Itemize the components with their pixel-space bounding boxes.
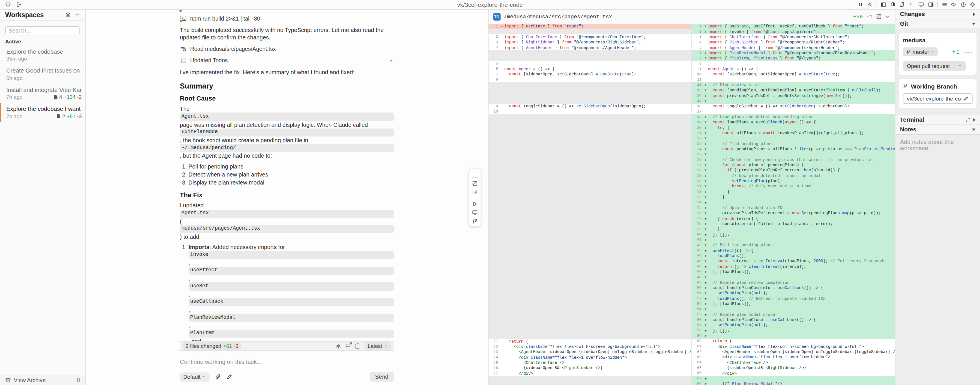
diff-row: 41+ [692,237,895,243]
archive-icon[interactable] [5,2,11,8]
diff-row: 35+ // Update tracked plan IDs [692,205,895,210]
split-view-icon[interactable] [876,14,882,19]
commits-ahead: 1 [951,49,959,55]
diff-row: 5 [488,61,691,67]
diff-row: 39+ } [692,226,895,232]
workspace-item-title: Explore the codebase I want you to exp [6,106,82,112]
assistant-paragraph: The build completed successfully with no… [180,26,394,41]
diff-row: 50+ const handlePlanComplete = useCallba… [692,285,895,291]
divider [876,2,877,7]
diff-row: 8 [488,77,691,83]
notes-placeholder[interactable]: Add notes about this workspace... [896,135,980,155]
diff-row: 7 const [sidebarOpen, setSidebarOpen] = … [488,72,691,77]
diff-spacer [488,83,691,104]
diff-row: 30+ setPendingPlan(plan); [692,178,895,184]
todos-icon [180,57,187,64]
diff-file-header[interactable]: TS /medusa/medusa/src/pages/Agent.tsx +5… [488,10,895,24]
monitor-icon[interactable] [918,2,924,8]
app-window: vk/3ccf-explore-the-code Workspaces [0,0,980,385]
diff-row: 17 </div> [488,371,691,376]
inline-code: ExitPlanMode [180,128,394,136]
workspaces-title: Workspaces [5,11,44,18]
mode-dropdown[interactable]: Default [180,372,210,381]
list-item: Display the plan review modal [189,179,394,186]
send-button[interactable]: Send [370,372,394,382]
message-input[interactable] [180,359,394,365]
diff-row: 15 <ChatInterface /> [488,360,691,366]
pause-icon[interactable] [858,2,863,8]
panel-left-icon[interactable] [881,2,886,8]
files-changed-chip[interactable]: 2 files changed +61 -3 [183,342,242,350]
workspace-item[interactable]: Install and integrate Vibe Kanban Web C7… [0,84,85,103]
section-terminal[interactable]: Terminal [896,115,980,125]
diff-row: 13+ const [pendingPlan, setPendingPlan] … [692,88,895,93]
add-workspace-icon[interactable] [74,12,80,18]
collapse-sidebar-icon[interactable] [16,2,22,8]
collapse-file-icon[interactable] [885,14,890,19]
workspace-item[interactable]: Explore the codebase I want you to exp7h… [0,103,85,122]
chevron-down-icon[interactable] [388,58,394,64]
terminal-icon[interactable] [909,2,915,8]
diff-row: 2import { ChatInterface } from "@/compon… [488,34,691,40]
spark-icon[interactable] [336,343,341,349]
workspace-item-title: Create Good First Issues on Github So p [6,67,82,74]
diff-row: 2+import { invoke } from "@tauri-apps/ap… [692,29,895,35]
git-compare-icon[interactable] [899,2,905,8]
monitor-icon[interactable] [472,210,478,215]
diff-row: 1+import { useState, useEffect, useRef, … [692,24,895,29]
inline-code: medusa/src/pages/Agent.tsx [180,225,394,233]
diff-row: 28+ if (!previousPlanIdsRef.current.has(… [692,168,895,173]
workspace-item[interactable]: Create Good First Issues on Github So p6… [0,65,85,84]
help-icon[interactable] [960,2,966,8]
git-branch-icon[interactable] [472,218,478,224]
play-icon[interactable] [472,201,478,207]
gear-icon[interactable] [970,2,975,8]
chevrons-up-icon[interactable] [867,2,873,8]
expand-icon[interactable] [965,117,970,122]
notes-label: Notes [900,126,916,132]
list-item: Detect when a new plan arrives [189,171,394,178]
copy-icon[interactable] [472,189,478,195]
section-notes[interactable]: Notes [896,125,980,135]
active-section-label: Active [0,37,85,45]
view-archive-button[interactable]: View Archive 0 [0,375,85,385]
attach-icon[interactable] [215,374,221,380]
workspace-item[interactable]: Explore the codebase35m ago [0,45,85,65]
working-branch-label: Working Branch [911,83,957,89]
workspace-side-panel: Changes Git medusa master 1 [895,10,980,385]
tool-call-row[interactable]: Read medusa/src/pages/Agent.tsx [180,45,394,52]
tool-call-row[interactable]: npm run build 2>&1 | tail -80 [180,14,394,22]
diff-row: 53+ }, [loadPlans]); [692,301,895,307]
section-git[interactable]: Git [896,19,980,29]
layers-icon[interactable] [65,12,71,18]
diff-row: 6const Agent = () => { [488,67,691,72]
latest-dropdown[interactable]: Latest [365,342,391,350]
workspace-search [5,24,80,35]
diff-row: 19+ const loadPlans = useCallback(async … [692,120,895,125]
inline-code: PlanItem [189,329,394,337]
pen-icon[interactable] [226,374,232,380]
more-options-icon[interactable]: ··· [963,46,972,57]
tool-call-label: Updated Todos [190,57,228,64]
branch-dropdown[interactable]: master [903,48,938,56]
edit-pencil-icon[interactable] [963,95,969,101]
drag-handle-icon[interactable] [472,171,478,174]
workspace-item-stats: 4+134-2 [53,94,82,100]
diff-row: 60 return ( [692,339,895,344]
menu-icon[interactable] [942,2,947,8]
todos-status-icon[interactable] [345,343,351,349]
diff-row: 9const Agent = () => { [692,67,895,72]
diff-row: 4import { AgentHeader } from "@/componen… [488,45,691,51]
panel-right-icon[interactable] [928,2,934,8]
search-input[interactable] [5,26,80,34]
workspace-item-time: 6h ago [6,75,22,81]
git-section-content: medusa master 1 ··· Open pull request [896,29,980,115]
section-changes[interactable]: Changes [896,10,980,19]
pr-dropdown-button[interactable] [954,61,966,70]
open-pr-button[interactable]: Open pull request [903,61,954,70]
tool-call-row[interactable]: Updated Todos [180,57,394,64]
working-branch-input[interactable]: vk/3ccf-explore-the-code [903,93,972,104]
split-diff-icon[interactable] [472,180,478,186]
megaphone-icon[interactable] [951,2,956,8]
theme-contrast-icon[interactable] [890,2,896,8]
